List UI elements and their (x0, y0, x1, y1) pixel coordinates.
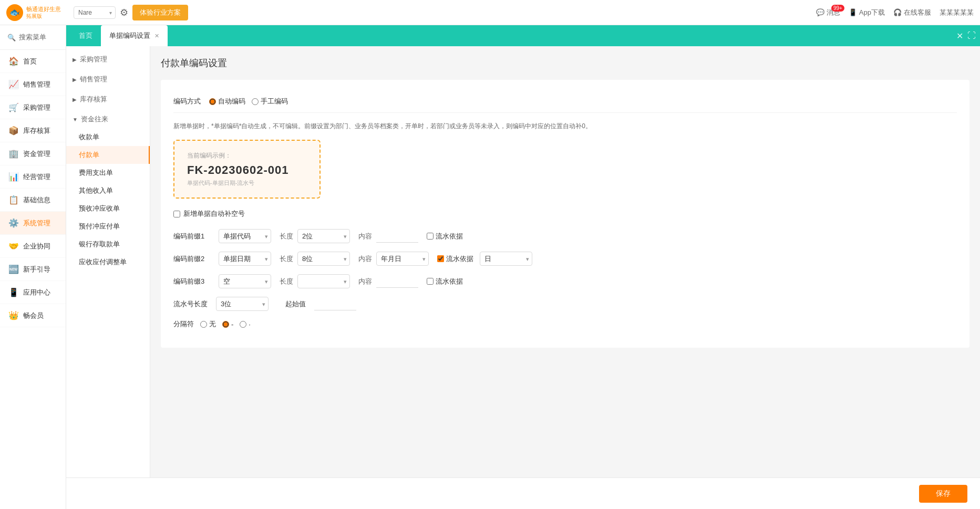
autofill-label: 新增单据自动补空号 (183, 209, 245, 219)
auto-encoding-radio[interactable]: 自动编码 (209, 97, 245, 106)
serial-length-label: 流水号长度 (173, 299, 208, 309)
app-download[interactable]: 📱 App下载 (849, 8, 885, 17)
message-icon[interactable]: 💬 消息 99+ (816, 8, 840, 17)
tab-close-icon[interactable]: ✕ (154, 33, 159, 39)
topbar: 🐟 畅通道好生意 拓展版 Nare ▾ ⚙ 体验行业方案 💬 消息 99+ 📱 … (0, 0, 980, 25)
sidebar-item-basic[interactable]: 📋 基础信息 (0, 189, 66, 212)
submenu-group-inventory-title[interactable]: ▶ 库存核算 (66, 90, 150, 108)
length1-select-wrapper[interactable]: 2位 (297, 229, 350, 243)
minimize-icon[interactable]: ✕ (956, 31, 963, 41)
form-card: 编码方式 自动编码 手工编码 新增单据时，*单据编码*自动生成，不可编辑。前缀设… (161, 80, 969, 348)
sidebar-item-appcenter[interactable]: 📱 应用中心 (0, 281, 66, 304)
length1-label: 长度 (280, 232, 293, 241)
sidebar: 🔍 搜索菜单 🏠 首页 📈 销售管理 🛒 采购管理 📦 库存核算 🏢 资金管理 … (0, 25, 66, 509)
basic-icon: 📋 (8, 195, 19, 205)
settings-icon[interactable]: ⚙ (120, 7, 128, 18)
sales-icon: 📈 (8, 79, 19, 89)
serial2-unit-wrapper[interactable]: 日 (480, 252, 532, 266)
submenu-item-expense[interactable]: 费用支出单 (66, 164, 150, 182)
submenu-group-finance-title[interactable]: ▼ 资金往来 (66, 110, 150, 128)
length1-select[interactable]: 2位 (297, 229, 350, 243)
arrow-right-icon: ▶ (73, 77, 77, 82)
enterprise-icon: 🤝 (8, 241, 19, 251)
separator-none-radio[interactable]: 无 (200, 319, 216, 329)
length3-field: 长度 (280, 274, 350, 288)
sidebar-item-assets[interactable]: 🏢 资金管理 (0, 142, 66, 165)
topbar-right: 💬 消息 99+ 📱 App下载 🎧 在线客服 某某某某某 (816, 8, 974, 17)
submenu-group-sales-title[interactable]: ▶ 销售管理 (66, 70, 150, 88)
prefix3-select[interactable]: 空 (219, 274, 271, 288)
content2-select-wrapper[interactable]: 年月日 (376, 252, 429, 266)
maximize-icon[interactable]: ⛶ (967, 31, 976, 40)
sidebar-item-home[interactable]: 🏠 首页 (0, 50, 66, 73)
experience-btn[interactable]: 体验行业方案 (132, 5, 188, 20)
sidebar-item-member[interactable]: 👑 畅会员 (0, 304, 66, 327)
submenu-item-receipt[interactable]: 收款单 (66, 128, 150, 146)
serial1-checkbox[interactable] (427, 233, 434, 240)
code-preview-value: FK-20230602-001 (187, 163, 307, 177)
sidebar-item-enterprise[interactable]: 🤝 企业协同 (0, 235, 66, 258)
arrow-right-icon: ▶ (73, 57, 77, 63)
sidebar-item-newguide[interactable]: 🆕 新手引导 (0, 258, 66, 281)
sidebar-item-purchase[interactable]: 🛒 采购管理 (0, 96, 66, 119)
submenu-group-sales: ▶ 销售管理 (66, 70, 150, 88)
content3-label: 内容 (358, 277, 372, 286)
member-icon: 👑 (8, 310, 19, 320)
content1-input[interactable]: FK (376, 230, 418, 243)
start-value-input[interactable]: 1 (314, 298, 356, 310)
length3-select-wrapper[interactable] (297, 274, 350, 288)
separator-dash-radio[interactable]: - (222, 320, 233, 328)
content3-field: 内容 (358, 275, 418, 288)
purchase-icon: 🛒 (8, 102, 19, 112)
assets-icon: 🏢 (8, 149, 19, 159)
save-button[interactable]: 保存 (919, 485, 967, 503)
prefix3-select-wrapper[interactable]: 空 (219, 274, 271, 288)
content-area: 付款单编码设置 编码方式 自动编码 手工编码 新增单据时，*单据编码*自动生成， (150, 46, 980, 509)
tab-encoding-settings[interactable]: 单据编码设置 ✕ (101, 25, 168, 46)
submenu-item-bank[interactable]: 银行存取款单 (66, 235, 150, 253)
submenu-group-purchase: ▶ 采购管理 (66, 50, 150, 68)
submenu-group-purchase-title[interactable]: ▶ 采购管理 (66, 50, 150, 68)
serial-length-select[interactable]: 3位 (216, 297, 269, 311)
autofill-checkbox[interactable] (173, 211, 180, 217)
serial2-checkbox[interactable] (437, 255, 444, 262)
prefix3-row: 编码前缀3 空 长度 内容 (173, 274, 957, 288)
length2-select[interactable]: 8位 (297, 252, 350, 266)
content2-select[interactable]: 年月日 (376, 252, 429, 266)
online-service[interactable]: 🎧 在线客服 (893, 8, 931, 17)
prefix2-select-wrapper[interactable]: 单据日期 (219, 252, 271, 266)
sidebar-item-inventory[interactable]: 📦 库存核算 (0, 119, 66, 142)
separator-dot-radio[interactable]: · (240, 320, 251, 328)
manual-encoding-radio[interactable]: 手工编码 (252, 97, 288, 106)
sidebar-search[interactable]: 🔍 搜索菜单 (0, 25, 66, 50)
operations-icon: 📊 (8, 172, 19, 182)
user-info[interactable]: 某某某某某 (940, 8, 974, 17)
length2-select-wrapper[interactable]: 8位 (297, 252, 350, 266)
submenu: ▶ 采购管理 ▶ 销售管理 ▶ 库存核算 ▼ 资金往来 收款单 付款单 费用支出… (66, 46, 150, 509)
serial-length-row: 流水号长度 3位 起始值 1 (173, 297, 957, 311)
prefix2-select[interactable]: 单据日期 (219, 252, 271, 266)
sidebar-item-system[interactable]: ⚙️ 系统管理 (0, 212, 66, 235)
encoding-method-label: 编码方式 (173, 97, 201, 106)
start-value-label: 起始值 (285, 299, 306, 309)
prefix1-select-wrapper[interactable]: 单据代码 (219, 229, 271, 243)
content3-input[interactable] (376, 275, 418, 288)
serial-length-select-wrapper[interactable]: 3位 (216, 297, 269, 311)
sidebar-item-operations[interactable]: 📊 经营管理 (0, 165, 66, 189)
logo-icon: 🐟 (6, 4, 23, 21)
search-menu-btn[interactable]: 🔍 搜索菜单 (4, 30, 61, 44)
serial3-checkbox[interactable] (427, 278, 434, 285)
length3-select[interactable] (297, 274, 350, 288)
serial2-unit-select[interactable]: 日 (480, 252, 532, 266)
submenu-item-adjustment[interactable]: 应收应付调整单 (66, 253, 150, 271)
submenu-item-other-income[interactable]: 其他收入单 (66, 182, 150, 200)
prefix1-row: 编码前缀1 单据代码 长度 2位 内容 FK (173, 229, 957, 243)
submenu-item-payment[interactable]: 付款单 (66, 146, 150, 164)
company-dropdown[interactable]: Nare ▾ (74, 6, 116, 19)
prefix1-label: 编码前缀1 (173, 232, 210, 241)
sidebar-item-sales[interactable]: 📈 销售管理 (0, 73, 66, 96)
submenu-item-advance-offset[interactable]: 预付冲应付单 (66, 217, 150, 235)
submenu-item-prepay-offset[interactable]: 预收冲应收单 (66, 200, 150, 217)
prefix1-select[interactable]: 单据代码 (219, 229, 271, 243)
tab-home[interactable]: 首页 (70, 25, 101, 46)
